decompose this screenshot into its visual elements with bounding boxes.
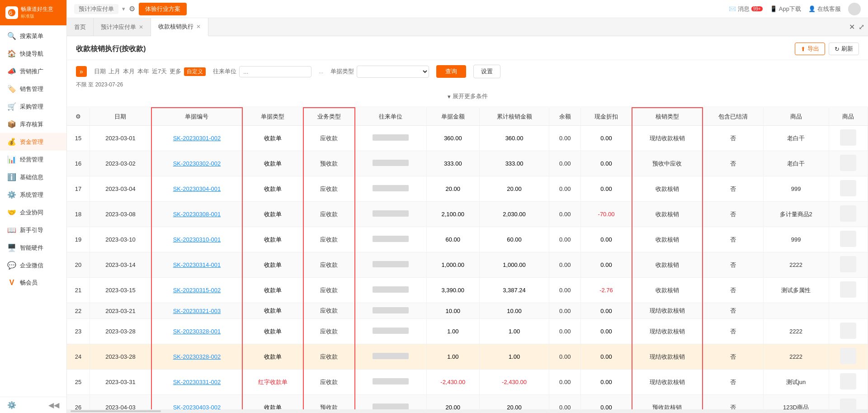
table-row: 21 2023-03-15 SK-20230315-002 收款单 应收款 3,… bbox=[67, 278, 868, 303]
sidebar-item-inventory[interactable]: 📦 库存核算 bbox=[0, 115, 66, 133]
page-actions: ⬆ 导出 ↻ 刷新 bbox=[795, 43, 859, 55]
sidebar-label-marketing: 营销推广 bbox=[20, 67, 43, 76]
cell-no: 21 bbox=[67, 278, 90, 303]
col-settings-header[interactable]: ⚙ bbox=[67, 108, 90, 126]
filter-row: » 日期 上月 本月 本年 近7天 更多 自定义 往来单位 ... 单据类型 bbox=[76, 65, 859, 78]
cell-cumwriteoff: 60.00 bbox=[479, 227, 549, 252]
sidebar-label-wechat: 企业微信 bbox=[20, 261, 43, 270]
tab-close-all-icon[interactable]: ✕ bbox=[849, 23, 855, 31]
cell-biztype: 应收款 bbox=[303, 126, 355, 151]
refresh-label: 刷新 bbox=[841, 45, 853, 53]
filter-expand-button[interactable]: » bbox=[76, 66, 87, 77]
settings-bottom-icon[interactable]: ⚙️ bbox=[7, 401, 16, 409]
doc-no-link[interactable]: SK-20230331-002 bbox=[173, 379, 221, 385]
col-docno-header: 单据编号 bbox=[151, 108, 242, 126]
app-download-button[interactable]: 📱 App下载 bbox=[770, 5, 801, 13]
tab-prepay-close[interactable]: ✕ bbox=[139, 24, 143, 30]
sidebar-item-finance[interactable]: 💰 资金管理 bbox=[0, 133, 66, 151]
table-row: 19 2023-03-10 SK-20230310-001 收款单 应收款 60… bbox=[67, 227, 868, 252]
doc-no-link[interactable]: SK-20230304-001 bbox=[173, 185, 221, 192]
cell-date: 2023-03-31 bbox=[90, 370, 151, 395]
sidebar-item-member[interactable]: V 畅会员 bbox=[0, 274, 66, 291]
doc-no-link[interactable]: SK-20230301-002 bbox=[173, 135, 221, 142]
cell-doctype: 收款单 bbox=[242, 319, 303, 344]
tab-home[interactable]: 首页 bbox=[67, 18, 94, 36]
sidebar-item-marketing[interactable]: 📣 营销推广 bbox=[0, 62, 66, 80]
refresh-button[interactable]: ↻ 刷新 bbox=[829, 43, 859, 55]
col-product-header: 商品 bbox=[763, 108, 829, 126]
filter-bar: » 日期 上月 本月 本年 近7天 更多 自定义 往来单位 ... 单据类型 bbox=[67, 60, 868, 107]
cell-doctype: 红字收款单 bbox=[242, 370, 303, 395]
enterprise-icon: 🤝 bbox=[7, 208, 16, 217]
date-btn-7days[interactable]: 近7天 bbox=[152, 67, 167, 76]
sidebar-item-quicknav[interactable]: 🏠 快捷导航 bbox=[0, 45, 66, 62]
cell-biztype: 预收款 bbox=[303, 151, 355, 176]
sidebar-item-guide[interactable]: 📖 新手引导 bbox=[0, 221, 66, 239]
sidebar-item-hardware[interactable]: 🖥️ 智能硬件 bbox=[0, 239, 66, 256]
cell-product: 2222 bbox=[763, 319, 829, 344]
sidebar-item-search[interactable]: 🔍 搜索菜单 bbox=[0, 27, 66, 45]
cell-productimg bbox=[829, 303, 868, 319]
messages-button[interactable]: ✉️ 消息 99+ bbox=[729, 5, 763, 13]
expand-conditions-bar[interactable]: ▾ 展开更多条件 bbox=[76, 90, 859, 102]
date-btn-this-month[interactable]: 本月 bbox=[123, 67, 135, 76]
tab-expand-icon[interactable]: ⤢ bbox=[859, 23, 864, 31]
tab-prepay[interactable]: 预计冲应付单 ✕ bbox=[94, 18, 151, 36]
sidebar-item-sales[interactable]: 🏷️ 销售管理 bbox=[0, 80, 66, 98]
doc-no-link[interactable]: SK-20230314-001 bbox=[173, 261, 221, 268]
doc-no-link[interactable]: SK-20230310-001 bbox=[173, 236, 221, 243]
user-avatar[interactable] bbox=[848, 3, 861, 15]
horizontal-scrollbar[interactable] bbox=[67, 409, 868, 413]
query-button[interactable]: 查询 bbox=[436, 65, 466, 78]
cell-doctype: 收款单 bbox=[242, 252, 303, 278]
cell-productimg bbox=[829, 151, 868, 176]
cell-productimg bbox=[829, 252, 868, 278]
sidebar-item-enterprise[interactable]: 🤝 企业协同 bbox=[0, 204, 66, 221]
header-settings-icon[interactable]: ⚙ bbox=[129, 5, 135, 13]
sidebar-item-base[interactable]: ℹ️ 基础信息 bbox=[0, 168, 66, 186]
wechat-icon: 💬 bbox=[7, 261, 16, 270]
tab-receipt-close[interactable]: ✕ bbox=[196, 24, 201, 30]
header-left: 预计冲应付单 ▾ ⚙ 体验行业方案 bbox=[74, 3, 723, 15]
doc-no-link[interactable]: SK-20230328-001 bbox=[173, 328, 221, 335]
date-btn-more[interactable]: 更多 bbox=[170, 67, 181, 76]
cell-balance: 0.00 bbox=[549, 303, 581, 319]
export-button[interactable]: ⬆ 导出 bbox=[795, 43, 825, 55]
date-btn-this-year[interactable]: 本年 bbox=[137, 67, 149, 76]
sidebar-item-wechat[interactable]: 💬 企业微信 bbox=[0, 256, 66, 274]
sidebar-item-system[interactable]: ⚙️ 系统管理 bbox=[0, 186, 66, 204]
sidebar-item-purchase[interactable]: 🛒 采购管理 bbox=[0, 98, 66, 115]
table-body: 15 2023-03-01 SK-20230301-002 收款单 应收款 36… bbox=[67, 126, 868, 413]
collapse-icon[interactable]: ◀◀ bbox=[48, 401, 59, 409]
doc-no-link[interactable]: SK-20230308-001 bbox=[173, 211, 221, 218]
tab-receipt-exec[interactable]: 收款核销执行 ✕ bbox=[151, 18, 208, 36]
setting-button[interactable]: 设置 bbox=[473, 65, 500, 78]
cell-date: 2023-03-08 bbox=[90, 202, 151, 227]
svg-text:6: 6 bbox=[9, 9, 12, 16]
app-name: 畅康道好生意 bbox=[21, 6, 53, 13]
cell-cumwriteoff: -2,430.00 bbox=[479, 370, 549, 395]
industry-solution-button[interactable]: 体验行业方案 bbox=[139, 3, 187, 15]
cell-writeofftype: 现结收款核销 bbox=[632, 303, 703, 319]
cell-balance: 0.00 bbox=[549, 176, 581, 202]
doc-no-link[interactable]: SK-20230328-002 bbox=[173, 353, 221, 360]
doctype-select[interactable] bbox=[357, 66, 429, 78]
sidebar-item-operations[interactable]: 📊 经营管理 bbox=[0, 151, 66, 168]
cell-counterpart bbox=[355, 151, 427, 176]
online-support-button[interactable]: 👤 在线客服 bbox=[808, 5, 841, 13]
date-btn-custom[interactable]: 自定义 bbox=[184, 67, 206, 76]
cell-biztype: 应收款 bbox=[303, 227, 355, 252]
doc-no-link[interactable]: SK-20230321-003 bbox=[173, 308, 221, 314]
col-includesettled-header: 包含已结清 bbox=[703, 108, 763, 126]
cell-balance: 0.00 bbox=[549, 252, 581, 278]
col-doctype-header: 单据类型 bbox=[242, 108, 303, 126]
counterpart-input[interactable] bbox=[239, 66, 311, 77]
breadcrumb: 预计冲应付单 bbox=[74, 4, 118, 14]
cell-docno: SK-20230301-002 bbox=[151, 126, 242, 151]
date-btn-last-month[interactable]: 上月 bbox=[108, 67, 120, 76]
doc-no-link[interactable]: SK-20230315-002 bbox=[173, 287, 221, 294]
cell-includesettled: 否 bbox=[703, 303, 763, 319]
tab-prepay-label: 预计冲应付单 bbox=[101, 23, 136, 31]
cell-docno: SK-20230308-001 bbox=[151, 202, 242, 227]
doc-no-link[interactable]: SK-20230302-002 bbox=[173, 160, 221, 167]
